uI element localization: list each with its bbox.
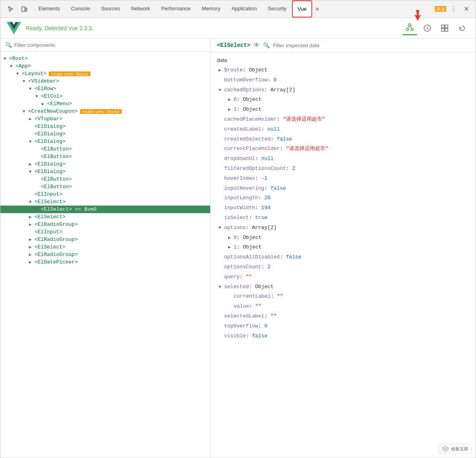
tree-node[interactable]: <App> bbox=[0, 62, 210, 70]
tab-sources[interactable]: Sources bbox=[96, 0, 126, 17]
warning-badge[interactable]: ⚠ 1 bbox=[435, 6, 446, 12]
more-options-icon[interactable]: ⋮ bbox=[448, 4, 459, 15]
routing-tool-btn[interactable] bbox=[438, 21, 452, 35]
data-item[interactable]: 1: Object bbox=[217, 105, 469, 115]
tab-elements[interactable]: Elements bbox=[33, 0, 65, 17]
tab-performance[interactable]: Performance bbox=[155, 0, 196, 17]
filter-components-input[interactable] bbox=[14, 42, 205, 48]
eye-icon[interactable]: 👁 bbox=[253, 42, 260, 49]
data-expand-arrow[interactable] bbox=[228, 96, 234, 104]
data-item[interactable]: 1: Object bbox=[217, 242, 469, 252]
tree-node[interactable]: <ElSelect> bbox=[0, 213, 210, 221]
tree-node[interactable]: <VTopbar> bbox=[0, 115, 210, 123]
tree-expand-arrow[interactable] bbox=[29, 200, 35, 204]
tree-expand-arrow[interactable] bbox=[29, 169, 35, 174]
data-expand-arrow[interactable] bbox=[228, 106, 234, 114]
tree-node[interactable]: <ElSelect> bbox=[0, 243, 210, 251]
tree-node[interactable]: <ElInput> bbox=[0, 228, 210, 236]
tree-expand-arrow[interactable] bbox=[29, 116, 35, 121]
tree-expand-arrow[interactable] bbox=[29, 162, 35, 167]
data-value: Array[2] bbox=[271, 87, 295, 93]
data-item[interactable]: $route: Object bbox=[217, 65, 469, 75]
tree-node[interactable]: <ElRadioGroup> bbox=[0, 236, 210, 243]
data-item[interactable]: options: Array[2] bbox=[217, 223, 469, 233]
data-item[interactable]: 0: Object bbox=[217, 95, 469, 105]
tree-node[interactable]: <ElDialog> bbox=[0, 123, 210, 130]
device-icon[interactable] bbox=[19, 4, 30, 15]
vuex-tool-btn[interactable] bbox=[420, 21, 434, 35]
tree-node[interactable]: <ElButton> bbox=[0, 175, 210, 183]
data-expand-arrow[interactable] bbox=[219, 67, 224, 74]
svg-line-5 bbox=[407, 26, 410, 28]
tree-expand-arrow[interactable] bbox=[42, 101, 47, 106]
tree-node[interactable]: <ElButton> bbox=[0, 153, 210, 160]
data-separator: : bbox=[249, 303, 255, 309]
tree-expand-arrow[interactable] bbox=[29, 237, 35, 242]
data-value: 0 bbox=[274, 77, 277, 83]
data-item[interactable]: cachedOptions: Array[2] bbox=[217, 85, 469, 95]
cursor-icon[interactable] bbox=[5, 4, 16, 15]
tree-node[interactable]: <ElDialog> bbox=[0, 168, 210, 175]
data-expand-arrow[interactable] bbox=[228, 235, 234, 242]
tree-node-label: <ElInput> bbox=[35, 191, 62, 197]
tree-expand-arrow[interactable] bbox=[16, 71, 22, 76]
data-expand-arrow[interactable] bbox=[219, 284, 224, 291]
data-value: "请选择适用超市" bbox=[286, 146, 328, 152]
data-value: null bbox=[261, 156, 274, 162]
tab-network[interactable]: Network bbox=[126, 0, 156, 17]
tree-expand-arrow[interactable] bbox=[29, 222, 35, 227]
tree-expand-arrow[interactable] bbox=[35, 94, 41, 99]
tree-node[interactable]: <ElRow> bbox=[0, 85, 210, 92]
tree-node[interactable]: <ElDialog> bbox=[0, 130, 210, 138]
data-separator: : bbox=[237, 106, 243, 112]
tree-node[interactable]: <ElRadioGroup> bbox=[0, 251, 210, 258]
tree-expand-arrow[interactable] bbox=[29, 214, 35, 219]
tree-node[interactable]: <Layout>router-view: /layout bbox=[0, 70, 210, 77]
data-item: createdLabel: null bbox=[217, 125, 469, 135]
tree-node[interactable]: <Root> bbox=[0, 55, 210, 62]
tree-node[interactable]: <ElDialog> bbox=[0, 138, 210, 145]
tree-node[interactable]: <CreatNewCoupon>router-view: /layout bbox=[0, 108, 210, 115]
tree-node[interactable]: <ElRadioGroup> bbox=[0, 221, 210, 228]
tree-expand-arrow[interactable] bbox=[23, 79, 28, 84]
tree-node[interactable]: <ElSelect> == $vm0 bbox=[0, 206, 210, 213]
tree-expand-arrow[interactable] bbox=[35, 207, 41, 212]
data-expand-arrow[interactable] bbox=[219, 87, 224, 94]
tree-node[interactable]: <ElDialog> bbox=[0, 160, 210, 168]
tab-memory[interactable]: Memory bbox=[196, 0, 226, 17]
data-expand-arrow[interactable] bbox=[228, 244, 234, 251]
tree-node[interactable]: <ElSelect> bbox=[0, 198, 210, 206]
tree-node-label: <ElRadioGroup> bbox=[35, 237, 78, 242]
tab-vue[interactable]: Vue bbox=[292, 0, 312, 17]
data-separator: : bbox=[240, 274, 246, 280]
tree-node[interactable]: <ElCol> bbox=[0, 92, 210, 100]
data-separator: : bbox=[264, 185, 271, 191]
filter-data-input[interactable] bbox=[273, 42, 340, 48]
data-section-label: data bbox=[217, 57, 469, 63]
tab-more[interactable]: » bbox=[312, 0, 322, 17]
data-expand-arrow[interactable] bbox=[219, 225, 224, 232]
tree-expand-arrow[interactable] bbox=[4, 56, 9, 61]
tree-node[interactable]: <ElButton> bbox=[0, 145, 210, 153]
tree-node[interactable]: <VSidebar> bbox=[0, 77, 210, 85]
tree-expand-arrow[interactable] bbox=[29, 260, 35, 265]
tree-expand-arrow[interactable] bbox=[29, 139, 35, 144]
tree-node[interactable]: <ElInput> bbox=[0, 191, 210, 198]
refresh-tool-btn[interactable] bbox=[455, 21, 469, 35]
tree-node[interactable]: <ElDatePicker> bbox=[0, 258, 210, 266]
tree-expand-arrow[interactable] bbox=[29, 87, 35, 91]
close-icon[interactable]: ✕ bbox=[461, 4, 472, 15]
tab-security[interactable]: Security bbox=[262, 0, 292, 17]
tree-expand-arrow[interactable] bbox=[29, 244, 35, 250]
tab-console[interactable]: Console bbox=[65, 0, 96, 17]
components-tool-btn[interactable] bbox=[403, 21, 417, 35]
tree-node[interactable]: <ElMenu> bbox=[0, 100, 210, 108]
tree-expand-arrow[interactable] bbox=[23, 109, 28, 114]
tree-expand-arrow[interactable] bbox=[29, 252, 35, 257]
tree-node[interactable]: <ElButton> bbox=[0, 183, 210, 191]
data-item[interactable]: selected: Object bbox=[217, 282, 469, 292]
svg-point-4 bbox=[411, 28, 413, 31]
tab-application[interactable]: Application bbox=[226, 0, 263, 17]
tree-expand-arrow[interactable] bbox=[10, 64, 15, 69]
data-item[interactable]: 0: Object bbox=[217, 233, 469, 243]
